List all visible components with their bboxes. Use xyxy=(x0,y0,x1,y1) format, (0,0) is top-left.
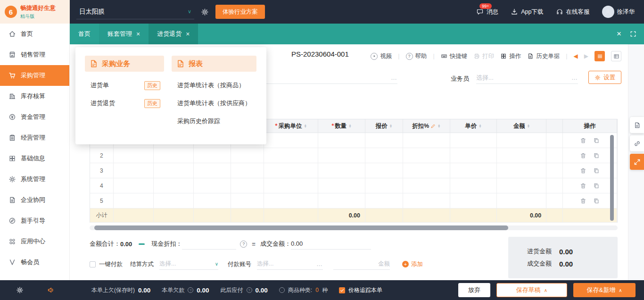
table-cell[interactable] xyxy=(546,163,563,178)
table-cell[interactable] xyxy=(365,178,403,193)
table-cell[interactable] xyxy=(264,178,318,193)
payment-account-select[interactable]: 选择...… xyxy=(257,258,323,270)
table-cell[interactable] xyxy=(154,148,194,163)
tab-purchase-return[interactable]: 进货退货 × xyxy=(149,24,198,44)
sidebar-item-basic-info[interactable]: 基础信息 xyxy=(0,148,69,169)
table-cell[interactable] xyxy=(450,133,497,148)
delete-row-icon[interactable] xyxy=(580,198,586,204)
add-payment-button[interactable]: +添加 xyxy=(402,260,423,268)
fullscreen-icon[interactable] xyxy=(630,31,636,37)
delete-row-icon[interactable] xyxy=(580,183,586,189)
table-horizontal-scrollbar[interactable] xyxy=(90,225,618,230)
table-cell[interactable] xyxy=(264,148,318,163)
table-cell[interactable] xyxy=(194,148,231,163)
close-all-tabs-icon[interactable]: × xyxy=(617,29,621,39)
table-cell[interactable] xyxy=(154,163,194,178)
menu-item-purchase-return[interactable]: 进货退货 历史 xyxy=(85,94,164,112)
table-cell[interactable] xyxy=(154,193,194,208)
history-badge[interactable]: 历史 xyxy=(144,81,160,90)
table-cell[interactable] xyxy=(546,148,563,163)
table-cell[interactable] xyxy=(231,178,264,193)
history-badge[interactable]: 历史 xyxy=(144,99,160,108)
menu-item-purchase-order[interactable]: 进货单 历史 xyxy=(85,76,164,94)
table-cell[interactable] xyxy=(154,178,194,193)
table-cell[interactable] xyxy=(497,163,546,178)
menu-item-price-history[interactable]: 采购历史价跟踪 xyxy=(172,112,256,130)
sidebar-item-sales[interactable]: 销售管理 xyxy=(0,44,69,65)
announcement-icon[interactable] xyxy=(47,286,55,294)
col-amount[interactable]: 金额▲▼ xyxy=(497,119,546,133)
col-quote[interactable]: 报价▲▼ xyxy=(365,119,403,133)
sidebar-item-funds[interactable]: 资金管理 xyxy=(0,107,69,127)
table-cell[interactable] xyxy=(318,163,365,178)
col-purchase-unit[interactable]: *采购单位▲▼ xyxy=(264,119,318,133)
sidebar-item-inventory[interactable]: 库存核算 xyxy=(0,86,69,107)
history-documents-button[interactable]: 历史单据 xyxy=(527,52,560,60)
table-cell[interactable] xyxy=(114,193,154,208)
table-cell[interactable] xyxy=(365,163,403,178)
table-cell[interactable] xyxy=(403,133,450,148)
table-cell[interactable] xyxy=(450,193,497,208)
account-more-icon[interactable]: … xyxy=(316,260,323,267)
sidebar-item-member[interactable]: 畅会员 xyxy=(0,252,69,273)
print-button[interactable]: 打印 xyxy=(473,52,494,60)
footer-settings-icon[interactable] xyxy=(16,286,24,294)
sidebar-item-enterprise[interactable]: 企业协同 xyxy=(0,190,69,210)
col-discount[interactable]: 折扣%▲▼ xyxy=(403,119,450,133)
salesman-more-icon[interactable]: … xyxy=(571,74,578,81)
table-cell[interactable] xyxy=(403,193,450,208)
delete-row-icon[interactable] xyxy=(580,167,586,174)
payable-help-icon[interactable]: ? xyxy=(247,287,252,293)
actions-button[interactable]: 操作 xyxy=(500,52,521,60)
copy-row-icon[interactable] xyxy=(593,198,600,204)
table-cell[interactable] xyxy=(450,178,497,193)
app-download-button[interactable]: App下载 xyxy=(511,8,543,16)
col-quantity[interactable]: *数量▲▼ xyxy=(318,119,365,133)
video-help-button[interactable]: 视频 xyxy=(371,52,392,60)
table-cell[interactable] xyxy=(497,133,546,148)
sidebar-item-app-center[interactable]: 应用中心 xyxy=(0,231,69,252)
table-cell[interactable] xyxy=(403,148,450,163)
batch-edit-icon[interactable] xyxy=(430,124,436,129)
save-and-new-button[interactable]: 保存&新增∧ xyxy=(573,283,636,297)
table-cell[interactable] xyxy=(365,133,403,148)
previous-document-icon[interactable]: ◀ xyxy=(574,53,578,59)
user-menu[interactable]: 徐泽华 xyxy=(602,6,635,18)
table-cell[interactable] xyxy=(231,163,264,178)
sidebar-item-guide[interactable]: 新手引导 xyxy=(0,210,69,231)
table-cell[interactable] xyxy=(194,193,231,208)
list-view-toggle[interactable] xyxy=(594,51,605,61)
messages-button[interactable]: 99+ 消息 xyxy=(476,8,498,16)
table-cell[interactable] xyxy=(546,133,563,148)
discount-help-icon[interactable]: ? xyxy=(240,241,247,248)
expand-panel-button[interactable] xyxy=(630,154,644,170)
table-cell[interactable] xyxy=(264,133,318,148)
delete-row-icon[interactable] xyxy=(580,137,586,144)
sidebar-item-operations[interactable]: 经营管理 xyxy=(0,127,69,148)
table-cell[interactable] xyxy=(403,163,450,178)
table-cell[interactable] xyxy=(264,193,318,208)
table-cell[interactable] xyxy=(231,193,264,208)
col-unit-price[interactable]: 单价▲▼ xyxy=(450,119,497,133)
table-cell[interactable] xyxy=(194,163,231,178)
account-settings-icon[interactable] xyxy=(201,8,209,16)
shortcuts-button[interactable]: 快捷键 xyxy=(441,52,468,60)
table-cell[interactable] xyxy=(114,148,154,163)
settings-button[interactable]: 设置 xyxy=(588,71,621,84)
copy-row-icon[interactable] xyxy=(593,137,600,144)
copy-row-icon[interactable] xyxy=(593,167,600,174)
settlement-select[interactable]: 选择...∨ xyxy=(159,258,218,270)
discard-button[interactable]: 放弃 xyxy=(458,283,490,297)
table-cell[interactable] xyxy=(497,178,546,193)
table-cell[interactable] xyxy=(318,148,365,163)
table-cell[interactable] xyxy=(403,178,450,193)
table-vertical-scrollbar[interactable] xyxy=(610,135,614,221)
tab-close-icon[interactable]: × xyxy=(136,30,140,38)
industry-solution-button[interactable]: 体验行业方案 xyxy=(215,5,265,19)
salesman-field[interactable]: 选择... … xyxy=(476,72,578,84)
copy-row-icon[interactable] xyxy=(593,152,600,159)
tab-account-books[interactable]: 账套管理 × xyxy=(99,24,149,44)
copy-row-icon[interactable] xyxy=(593,183,600,189)
one-click-pay-checkbox[interactable] xyxy=(90,261,96,267)
tab-close-icon[interactable]: × xyxy=(186,30,190,38)
